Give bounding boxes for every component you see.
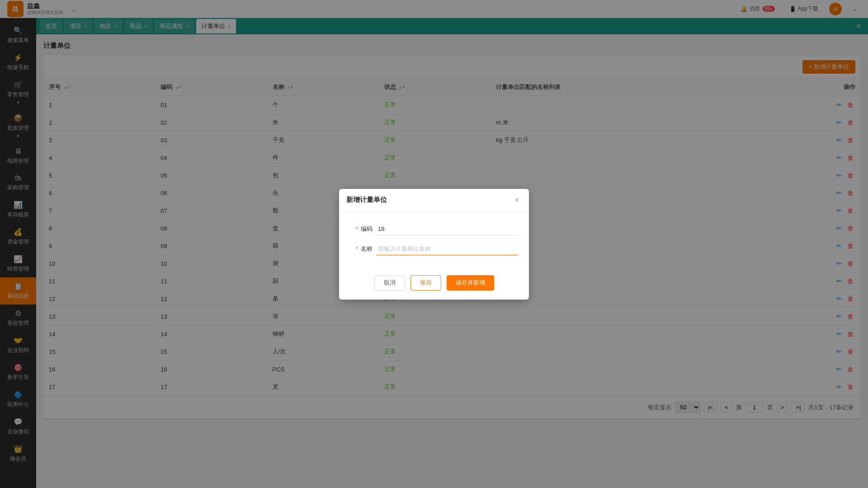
modal-close-btn[interactable]: × (512, 195, 522, 205)
name-input[interactable] (376, 243, 518, 255)
modal-footer: 取消 保存 保存并新增 (339, 270, 529, 300)
save-button[interactable]: 保存 (410, 275, 441, 291)
cancel-button[interactable]: 取消 (374, 275, 405, 291)
name-label-text: 名称 (361, 245, 373, 252)
modal-body: * 编码 * 名称 (339, 212, 529, 270)
code-required-star: * (356, 225, 358, 232)
code-label: * 编码 (350, 225, 373, 233)
name-label: * 名称 (350, 245, 373, 253)
name-required-star: * (356, 245, 358, 252)
modal-dialog: 新增计量单位 × * 编码 * 名称 取消 保存 保存并新增 (339, 189, 529, 300)
save-and-new-button[interactable]: 保存并新增 (447, 275, 494, 291)
modal-header: 新增计量单位 × (339, 189, 529, 212)
modal-title: 新增计量单位 (346, 196, 387, 204)
form-item-code: * 编码 (350, 223, 518, 235)
modal-overlay[interactable]: 新增计量单位 × * 编码 * 名称 取消 保存 保存并新增 (0, 0, 868, 488)
code-label-text: 编码 (361, 225, 373, 232)
code-input[interactable] (376, 223, 518, 235)
form-item-name: * 名称 (350, 243, 518, 255)
